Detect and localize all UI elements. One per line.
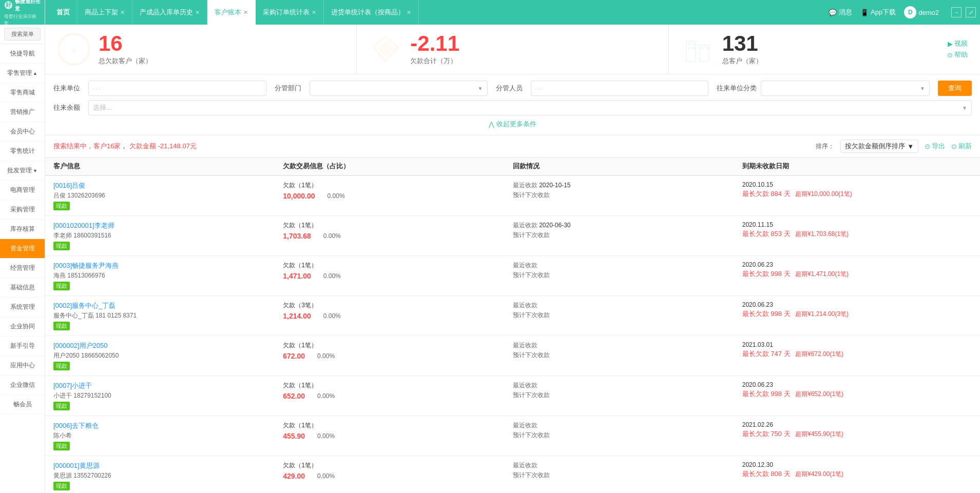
sidebar-item-system[interactable]: 系统管理: [0, 298, 45, 317]
tab-purchase-stats[interactable]: 进货单统计表（按商品） ✕: [324, 0, 419, 25]
video-btn[interactable]: ▶ 视频: [948, 39, 968, 48]
tab-product-listing-label: 商品上下架: [85, 8, 118, 17]
logo-text: 畅捷通好生意: [15, 0, 41, 12]
overdue-link-1[interactable]: 超期¥10,000.00(1笔): [795, 190, 852, 198]
help-label: 帮助: [954, 50, 968, 60]
overdue-link-2[interactable]: 超期¥1,703.68(1笔): [795, 230, 849, 238]
sidebar-item-retail-mall[interactable]: 零售商城: [0, 83, 45, 103]
debt-row-3: 1,471.00 0.00%: [283, 272, 512, 280]
debt-cell-8: 欠款（1笔） 429.00 0.00%: [283, 461, 512, 480]
sidebar-item-wechat[interactable]: 企业微信: [0, 376, 45, 395]
sidebar-item-member2[interactable]: 畅会员: [0, 395, 45, 415]
tab-home[interactable]: 首页: [49, 0, 78, 25]
collapse-filter-btn[interactable]: ⋀ 收起更多条件: [53, 120, 972, 129]
sidebar-item-purchase[interactable]: 采购管理: [0, 200, 45, 220]
tab-customer-account[interactable]: 客户账本 ✕: [207, 0, 256, 25]
debt-pct-5: 0.00%: [317, 352, 335, 360]
debt-row-5: 672.00 0.00%: [283, 352, 512, 360]
sidebar-item-operations[interactable]: 经营管理: [0, 259, 45, 278]
refresh-btn[interactable]: ⊙ 刷新: [951, 142, 972, 151]
user-avatar[interactable]: D demo2: [904, 6, 939, 18]
customer-code-1[interactable]: [0016]吕俊: [53, 182, 85, 189]
overdue-link-8[interactable]: 超期¥429.00(1笔): [795, 470, 843, 478]
app-download-btn[interactable]: 📱 App下载: [860, 8, 896, 17]
customer-code-3[interactable]: [0003]畅捷服务尹海燕: [53, 262, 119, 269]
sidebar-item-marketing[interactable]: 营销推广: [0, 103, 45, 122]
svg-rect-13: [706, 47, 708, 49]
customer-tag-2: 现款: [53, 242, 70, 250]
sidebar-item-guide[interactable]: 新手引导: [0, 337, 45, 356]
sidebar-item-wholesale-mgmt[interactable]: 批发管理 ▼: [0, 161, 45, 181]
sidebar-item-quick-nav[interactable]: 快捷导航: [0, 44, 45, 64]
sidebar-item-inventory[interactable]: 库存核算: [0, 220, 45, 239]
return-label-4: 最近收款: [513, 302, 537, 309]
maximize-btn[interactable]: ⤢: [966, 7, 976, 17]
customer-code-5[interactable]: [000002]用户2050: [53, 342, 108, 349]
overdue-days-3: 最长欠款 998 天: [742, 270, 791, 278]
search-menu-btn[interactable]: 搜索菜单: [4, 28, 41, 41]
customer-code-4[interactable]: [0002]服务中心_丁磊: [53, 302, 116, 309]
sidebar-item-finance[interactable]: 资金管理: [0, 239, 45, 259]
user-name: demo2: [918, 9, 939, 16]
filter-person-input[interactable]: ···: [531, 81, 709, 96]
expire-cell-4: 2020.06.23 最长欠款 998 天 超期¥1,214.00(3笔): [742, 301, 972, 319]
tab-close-icon[interactable]: ✕: [312, 9, 316, 16]
debt-cell-5: 欠款（1笔） 672.00 0.00%: [283, 341, 512, 360]
debt-amount-1: 10,000.00: [283, 192, 315, 200]
return-cell-7: 最近收款 预计下次收款: [513, 421, 742, 440]
message-btn[interactable]: 💬 消息: [829, 8, 852, 17]
filter-customer-input[interactable]: ···: [88, 81, 266, 96]
return-next-6: 预计下次收款: [513, 391, 742, 400]
minimize-btn[interactable]: －: [951, 7, 962, 17]
header-debt-info: 欠款交易信息（占比）: [283, 162, 512, 171]
sort-select[interactable]: 按欠款金额倒序排序 ▼: [840, 140, 918, 153]
debt-cell-7: 欠款（1笔） 455.90 0.00%: [283, 421, 512, 440]
debt-pct-7: 0.00%: [317, 432, 335, 440]
result-debt-label: 欠款金额: [129, 142, 156, 150]
tab-purchase-summary[interactable]: 采购订单统计表 ✕: [256, 0, 324, 25]
table-row: [000001]黄思源 黄思源 13552700226 现款 欠款（1笔） 42…: [45, 456, 980, 493]
return-cell-6: 最近收款 预计下次收款: [513, 381, 742, 400]
sidebar-item-apps[interactable]: 应用中心: [0, 356, 45, 376]
filter-dept-select[interactable]: ▼: [310, 81, 488, 96]
customer-code-8[interactable]: [000001]黄思源: [53, 462, 100, 469]
overdue-days-4: 最长欠款 998 天: [742, 310, 791, 318]
customer-code-6[interactable]: [0007]小进干: [53, 382, 92, 389]
overdue-link-4[interactable]: 超期¥1,214.00(3笔): [795, 310, 849, 318]
sort-arrow-icon: ▼: [907, 143, 914, 150]
debt-cell-3: 欠款（1笔） 1,471.00 0.00%: [283, 261, 512, 280]
filter-category-label: 往来单位分类: [717, 84, 757, 93]
filter-category-select[interactable]: ▼: [761, 81, 930, 96]
overdue-link-3[interactable]: 超期¥1,471.00(1笔): [795, 270, 849, 278]
debt-row-8: 429.00 0.00%: [283, 472, 512, 480]
debt-row-7: 455.90 0.00%: [283, 432, 512, 440]
sidebar-item-retail-mgmt[interactable]: 零售管理 ▲: [0, 64, 45, 83]
sort-label: 排序：: [816, 142, 834, 151]
tab-production-history[interactable]: 产成品入库单历史 ✕: [132, 0, 207, 25]
overdue-link-6[interactable]: 超期¥652.00(1笔): [795, 390, 843, 398]
customer-code-7[interactable]: [0006]去下粮仓: [53, 422, 99, 429]
message-label: 消息: [839, 8, 852, 17]
play-icon: ▶: [948, 40, 953, 48]
tab-close-icon[interactable]: ✕: [407, 9, 411, 16]
sidebar-item-retail-stats[interactable]: 零售统计: [0, 142, 45, 161]
expire-cell-5: 2021.03.01 最长欠款 747 天 超期¥672.00(1笔): [742, 341, 972, 359]
search-button[interactable]: 查询: [938, 81, 972, 96]
tab-close-icon[interactable]: ✕: [243, 9, 248, 16]
overdue-link-5[interactable]: 超期¥672.00(1笔): [795, 350, 843, 358]
tab-close-icon[interactable]: ✕: [120, 9, 125, 16]
sidebar-item-member[interactable]: 会员中心: [0, 122, 45, 142]
help-btn[interactable]: ⊙ 帮助: [947, 50, 968, 60]
export-btn[interactable]: ⊙ 导出: [925, 142, 945, 151]
tab-close-icon[interactable]: ✕: [195, 9, 200, 16]
sidebar-search[interactable]: 搜索菜单: [0, 25, 45, 44]
debt-pct-4: 0.00%: [323, 312, 341, 320]
customer-code-2[interactable]: [0001020001]李老师: [53, 222, 114, 229]
overdue-link-7[interactable]: 超期¥455.90(1笔): [795, 430, 843, 438]
tab-product-listing[interactable]: 商品上下架 ✕: [78, 0, 132, 25]
sidebar-item-enterprise[interactable]: 企业协同: [0, 317, 45, 337]
sidebar-item-ecommerce[interactable]: 电商管理: [0, 181, 45, 200]
filter-balance-select[interactable]: 选择... ▼: [88, 100, 972, 115]
overdue-days-6: 最长欠款 998 天: [742, 390, 791, 398]
sidebar-item-basic-info[interactable]: 基础信息: [0, 278, 45, 298]
